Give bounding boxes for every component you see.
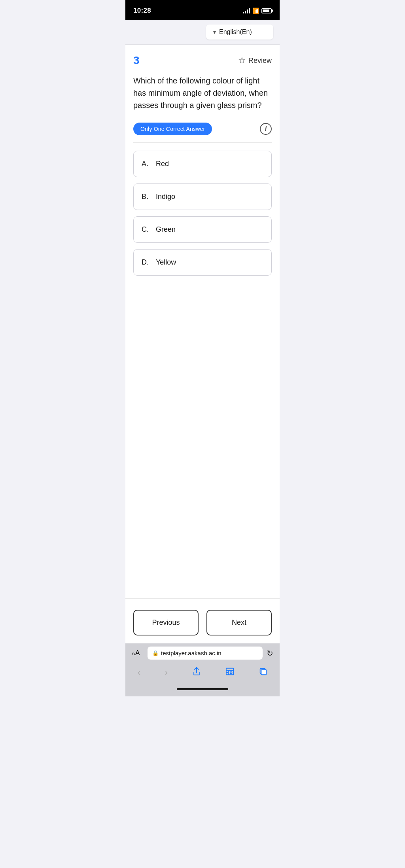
next-button[interactable]: Next (206, 610, 272, 635)
info-icon[interactable]: i (260, 123, 272, 135)
battery-icon (261, 8, 272, 13)
option-c-letter: C. (142, 225, 150, 234)
option-a-letter: A. (142, 160, 150, 168)
option-c[interactable]: C. Green (133, 216, 272, 243)
star-icon: ☆ (238, 55, 246, 66)
nav-buttons: Previous Next (125, 598, 280, 643)
options-container: A. Red B. Indigo C. Green D. Yellow (133, 151, 272, 276)
header: ▾ English(En) (125, 20, 280, 45)
signal-icon (243, 8, 250, 13)
svg-rect-2 (261, 669, 266, 675)
question-header: 3 ☆ Review (133, 54, 272, 67)
safari-bookmarks-button[interactable] (220, 664, 240, 681)
safari-forward-button[interactable]: › (159, 665, 173, 680)
status-time: 10:28 (133, 7, 151, 15)
language-selector[interactable]: ▾ English(En) (206, 25, 273, 40)
safari-url-text: testplayer.aakash.ac.in (161, 650, 221, 656)
language-label: English(En) (219, 28, 252, 36)
safari-share-button[interactable] (187, 664, 206, 681)
option-c-text: Green (156, 225, 176, 234)
status-bar: 10:28 📶 (125, 0, 280, 20)
option-a[interactable]: A. Red (133, 151, 272, 177)
spacer (133, 276, 272, 291)
option-b-letter: B. (142, 193, 150, 201)
option-d[interactable]: D. Yellow (133, 249, 272, 276)
home-bar (177, 688, 228, 690)
safari-tabs-button[interactable] (253, 664, 273, 681)
option-b-text: Indigo (156, 193, 175, 201)
option-d-letter: D. (142, 258, 150, 267)
home-indicator (125, 685, 280, 696)
badge-row: Only One Correct Answer i (133, 123, 272, 143)
option-b[interactable]: B. Indigo (133, 183, 272, 210)
review-button[interactable]: ☆ Review (238, 55, 272, 66)
previous-button[interactable]: Previous (133, 610, 199, 635)
main-content: 3 ☆ Review Which of the following colour… (125, 45, 280, 598)
option-d-text: Yellow (156, 258, 176, 267)
safari-back-button[interactable]: ‹ (132, 665, 146, 680)
wifi-icon: 📶 (252, 8, 259, 14)
safari-url-bar[interactable]: 🔒 testplayer.aakash.ac.in (148, 647, 263, 660)
option-a-text: Red (156, 160, 169, 168)
lock-icon: 🔒 (152, 650, 159, 656)
safari-bar: AA 🔒 testplayer.aakash.ac.in ↻ (125, 643, 280, 662)
safari-nav-bar: ‹ › (125, 662, 280, 685)
status-icons: 📶 (243, 8, 272, 14)
refresh-icon[interactable]: ↻ (267, 649, 273, 658)
correct-answer-badge: Only One Correct Answer (133, 123, 212, 135)
safari-aa-button[interactable]: AA (132, 649, 144, 657)
chevron-down-icon: ▾ (213, 29, 216, 35)
svg-rect-0 (230, 672, 232, 674)
review-label: Review (248, 57, 272, 65)
question-text: Which of the following colour of light h… (133, 75, 272, 112)
question-number: 3 (133, 54, 140, 67)
